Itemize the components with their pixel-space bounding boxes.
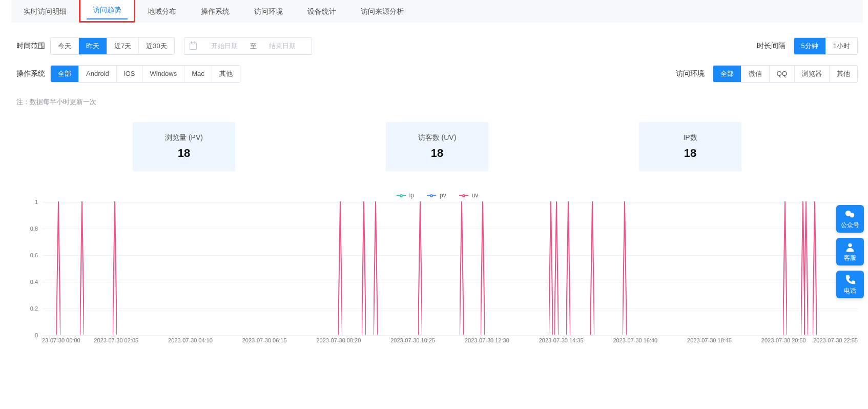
legend-item-uv[interactable]: uv <box>459 192 479 199</box>
time-range-btn-1[interactable]: 昨天 <box>78 38 107 54</box>
x-tick: 2023-07-30 12:30 <box>465 337 509 343</box>
calendar-icon <box>190 43 197 50</box>
tab-5[interactable]: 设备统计 <box>295 0 348 23</box>
env-btn-4[interactable]: 其他 <box>829 66 857 82</box>
float-btn-phone[interactable]: 电话 <box>836 271 864 298</box>
x-tick: 2023-07-30 22:55 <box>813 337 858 343</box>
os-btn-5[interactable]: 其他 <box>212 66 240 82</box>
x-tick: 2023-07-30 02:05 <box>94 337 138 343</box>
stat-title: 访客数 (UV) <box>418 133 457 142</box>
legend-item-ip[interactable]: ip <box>396 192 414 199</box>
y-tick: 0.2 <box>30 305 38 312</box>
x-tick: 2023-07-30 16:40 <box>613 337 657 343</box>
y-tick: 0.4 <box>30 279 38 285</box>
stat-value: 18 <box>178 147 190 160</box>
tabs-bar: 实时访问明细访问趋势地域分布操作系统访问环境设备统计访问来源分析 <box>11 0 863 23</box>
tab-1[interactable]: 访问趋势 <box>79 0 135 23</box>
os-btn-0[interactable]: 全部 <box>51 66 78 82</box>
time-range-btn-3[interactable]: 近30天 <box>138 38 174 54</box>
stat-card-0: 浏览量 (PV)18 <box>133 122 235 171</box>
x-tick: 2023-07-30 20:50 <box>761 337 806 343</box>
interval-btn-1[interactable]: 1小时 <box>825 38 857 54</box>
x-tick: 23-07-30 00:00 <box>42 337 80 343</box>
tab-3[interactable]: 操作系统 <box>189 0 242 23</box>
chart-legend: ippvuv <box>16 192 858 199</box>
y-tick: 0.8 <box>30 226 38 232</box>
date-range-picker[interactable]: 开始日期 至 结束日期 <box>184 37 312 55</box>
os-btn-3[interactable]: Windows <box>142 66 184 82</box>
stats-row: 浏览量 (PV)18访客数 (UV)18IP数18 <box>57 122 817 171</box>
stat-title: 浏览量 (PV) <box>165 133 203 142</box>
label-env: 访问环境 <box>676 69 713 78</box>
env-btn-1[interactable]: 微信 <box>741 66 769 82</box>
float-btn-support[interactable]: 客服 <box>836 238 864 265</box>
x-tick: 2023-07-30 10:25 <box>390 337 435 343</box>
env-btn-2[interactable]: QQ <box>769 66 794 82</box>
tab-6[interactable]: 访问来源分析 <box>348 0 416 23</box>
update-note: 注：数据每半小时更新一次 <box>16 97 858 107</box>
label-os: 操作系统 <box>16 69 50 78</box>
tab-0[interactable]: 实时访问明细 <box>11 0 79 23</box>
time-range-btn-0[interactable]: 今天 <box>51 38 78 54</box>
y-tick: 0.6 <box>30 252 38 258</box>
chart-plot <box>42 202 858 335</box>
phone-icon <box>844 274 856 287</box>
x-tick: 2023-07-30 06:15 <box>242 337 287 343</box>
legend-item-pv[interactable]: pv <box>426 192 446 199</box>
x-tick: 2023-07-30 04:10 <box>168 337 213 343</box>
chart-box: 00.20.40.60.81 23-07-30 00:002023-07-30 … <box>16 202 858 351</box>
x-tick: 2023-07-30 08:20 <box>316 337 361 343</box>
float-btn-wechat[interactable]: 公众号 <box>836 205 864 233</box>
group-interval: 5分钟1小时 <box>794 37 858 55</box>
stat-card-2: IP数18 <box>639 122 741 171</box>
time-range-btn-2[interactable]: 近7天 <box>107 38 138 54</box>
float-buttons: 公众号客服电话 <box>836 205 864 298</box>
os-btn-2[interactable]: iOS <box>116 66 142 82</box>
env-btn-3[interactable]: 浏览器 <box>794 66 829 82</box>
end-date-input[interactable]: 结束日期 <box>260 42 305 51</box>
row-os-env: 操作系统 全部AndroidiOSWindowsMac其他 访问环境 全部微信Q… <box>16 63 858 85</box>
date-sep: 至 <box>250 42 257 51</box>
wechat-icon <box>844 209 856 221</box>
row-time-range: 时间范围 今天昨天近7天近30天 开始日期 至 结束日期 时长间隔 5分钟1小时 <box>16 35 858 57</box>
stat-title: IP数 <box>683 133 697 142</box>
svg-point-2 <box>848 243 852 247</box>
x-tick: 2023-07-30 14:35 <box>539 337 584 343</box>
os-btn-4[interactable]: Mac <box>184 66 212 82</box>
interval-btn-0[interactable]: 5分钟 <box>794 38 825 54</box>
env-btn-0[interactable]: 全部 <box>713 66 741 82</box>
y-tick: 1 <box>35 199 38 205</box>
stat-card-1: 访客数 (UV)18 <box>386 122 488 171</box>
tab-2[interactable]: 地域分布 <box>135 0 189 23</box>
os-btn-1[interactable]: Android <box>78 66 116 82</box>
group-time-range: 今天昨天近7天近30天 <box>50 37 175 55</box>
group-os: 全部AndroidiOSWindowsMac其他 <box>50 65 240 83</box>
label-time-range: 时间范围 <box>16 42 50 51</box>
stat-value: 18 <box>431 147 443 160</box>
chart-y-axis: 00.20.40.60.81 <box>16 202 41 335</box>
y-tick: 0 <box>35 332 38 338</box>
support-icon <box>844 241 856 254</box>
group-env: 全部微信QQ浏览器其他 <box>713 65 858 83</box>
start-date-input[interactable]: 开始日期 <box>202 42 247 51</box>
stat-value: 18 <box>684 147 696 160</box>
svg-point-1 <box>850 213 854 217</box>
label-interval: 时长间隔 <box>757 42 794 51</box>
x-tick: 2023-07-30 18:45 <box>687 337 732 343</box>
chart-x-axis: 23-07-30 00:002023-07-30 02:052023-07-30… <box>42 335 858 345</box>
tab-4[interactable]: 访问环境 <box>242 0 295 23</box>
